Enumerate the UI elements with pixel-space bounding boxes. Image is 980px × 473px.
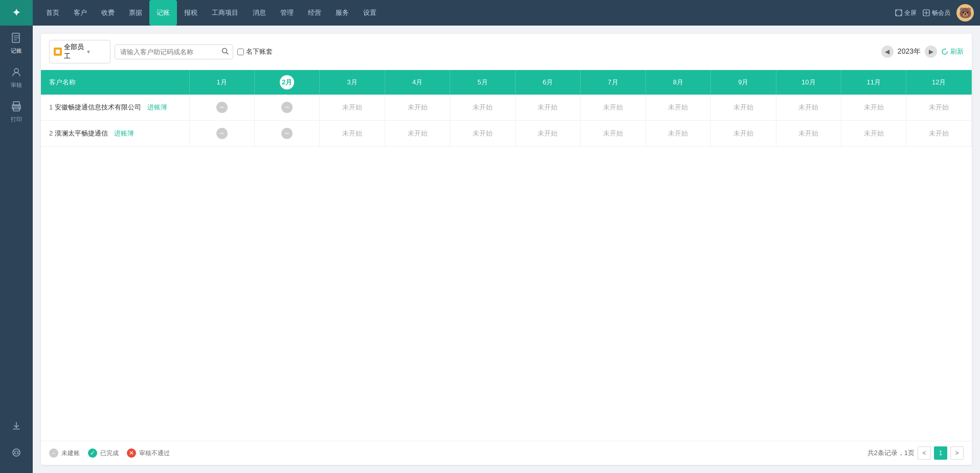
sidebar-item-accounting-label: 记账 [11, 47, 22, 55]
col-jan: 1月 [189, 70, 254, 95]
sidebar-item-audit[interactable]: 审核 [0, 60, 33, 94]
nav-home[interactable]: 首页 [39, 0, 66, 26]
status-not-started: 未开始 [603, 103, 623, 111]
col-oct: 10月 [776, 70, 841, 95]
sidebar-logo: ✦ [0, 0, 33, 26]
nav-billing[interactable]: 收费 [94, 0, 122, 26]
col-apr: 4月 [385, 70, 450, 95]
status-not-started: 未开始 [342, 103, 362, 111]
search-box [115, 44, 233, 59]
nav-bizproject[interactable]: 工商项目 [205, 0, 246, 26]
cell-aug-0: 未开始 [645, 95, 710, 121]
prev-year-button[interactable]: ◀ [881, 46, 894, 58]
sidebar-item-download[interactable] [0, 414, 33, 438]
sidebar-item-print-label: 打印 [11, 116, 22, 123]
nav-message[interactable]: 消息 [246, 0, 273, 26]
status-not-started: 未开始 [473, 129, 493, 137]
status-dash: − [281, 128, 293, 139]
current-page-button[interactable]: 1 [934, 446, 947, 460]
nav-manage[interactable]: 管理 [273, 0, 301, 26]
svg-line-11 [13, 451, 15, 452]
nav-invoice[interactable]: 票据 [122, 0, 149, 26]
next-year-button[interactable]: ▶ [925, 46, 937, 58]
nav-service[interactable]: 服务 [328, 0, 356, 26]
avatar[interactable]: 🐻 [956, 4, 974, 21]
year-label: 2023年 [898, 47, 921, 56]
employee-select[interactable]: 全部员工 ▼ [49, 40, 110, 63]
status-not-started: 未开始 [668, 103, 688, 111]
search-input[interactable] [115, 46, 217, 58]
col-jun: 6月 [515, 70, 580, 95]
row-num: 2 [49, 129, 53, 137]
search-button[interactable] [217, 45, 233, 59]
year-nav: ◀ 2023年 ▶ [881, 46, 937, 58]
nav-operation[interactable]: 经营 [301, 0, 328, 26]
cell-mar-1: 未开始 [320, 121, 385, 147]
cell-may-0: 未开始 [450, 95, 515, 121]
nav-bookkeeping[interactable]: 记账 [149, 0, 177, 26]
cell-jun-1: 未开始 [515, 121, 580, 147]
col-client-name: 客户名称 [41, 70, 189, 95]
cell-jun-0: 未开始 [515, 95, 580, 121]
cell-jul-0: 未开始 [581, 95, 645, 121]
enter-ledger-link[interactable]: 进账簿 [147, 103, 167, 111]
main-card: 全部员工 ▼ 名下账套 ◀ [41, 34, 972, 465]
cell-jan-0: − [189, 95, 254, 121]
svg-line-13 [13, 454, 15, 455]
col-jul: 7月 [581, 70, 645, 95]
col-may: 5月 [450, 70, 515, 95]
prev-page-button[interactable]: < [918, 446, 931, 460]
cell-dec-0: 未开始 [906, 95, 972, 121]
my-accounts-checkbox-label[interactable]: 名下账套 [237, 47, 273, 56]
nav-right: 全屏 畅会员 🐻 [895, 4, 974, 21]
sidebar-item-support[interactable] [0, 440, 33, 465]
cell-oct-1: 未开始 [776, 121, 841, 147]
nav-settings[interactable]: 设置 [356, 0, 384, 26]
content-area: 全部员工 ▼ 名下账套 ◀ [33, 26, 980, 473]
sidebar-item-accounting[interactable]: 记账 [0, 26, 33, 60]
cell-feb-1: − [254, 121, 319, 147]
cell-mar-0: 未开始 [320, 95, 385, 121]
cell-nov-1: 未开始 [841, 121, 906, 147]
fullscreen-label: 全屏 [904, 9, 917, 17]
legend-dot-rejected: ✕ [127, 448, 136, 458]
status-not-started: 未开始 [342, 129, 362, 137]
status-not-started: 未开始 [668, 129, 688, 137]
cell-oct-0: 未开始 [776, 95, 841, 121]
refresh-label: 刷新 [950, 47, 964, 56]
cell-nov-0: 未开始 [841, 95, 906, 121]
top-nav: 首页 客户 收费 票据 记账 报税 工商项目 消息 管理 经营 服务 设置 全屏 [33, 0, 980, 26]
my-accounts-checkbox[interactable] [237, 49, 244, 55]
svg-rect-5 [13, 102, 19, 106]
svg-point-4 [14, 69, 18, 73]
main-area: 首页 客户 收费 票据 记账 报税 工商项目 消息 管理 经营 服务 设置 全屏 [33, 0, 980, 473]
col-sep: 9月 [711, 70, 776, 95]
status-dash: − [216, 128, 228, 139]
refresh-button[interactable]: 刷新 [941, 47, 964, 56]
download-icon [8, 419, 25, 433]
member-button[interactable]: 畅会员 [923, 9, 950, 17]
table-row: 2漠澜太平畅捷通信 进账簿−−未开始未开始未开始未开始未开始未开始未开始未开始未… [41, 121, 972, 147]
legend-label-completed: 已完成 [100, 449, 119, 458]
status-dash: − [281, 102, 293, 113]
next-page-button[interactable]: > [950, 446, 964, 460]
bookkeeping-table: 客户名称 1月 2月 3月 4月 5月 6月 7月 8月 9月 [41, 70, 972, 147]
cell-feb-0: − [254, 95, 319, 121]
client-name: 安徽畅捷通信息技术有限公司 [55, 103, 141, 111]
sidebar-item-print[interactable]: 打印 [0, 94, 33, 128]
fullscreen-button[interactable]: 全屏 [895, 9, 917, 17]
nav-tax[interactable]: 报税 [177, 0, 205, 26]
employee-label: 全部员工 [64, 42, 84, 61]
status-not-started: 未开始 [864, 129, 884, 137]
nav-client[interactable]: 客户 [66, 0, 94, 26]
enter-ledger-link[interactable]: 进账簿 [114, 129, 134, 137]
cell-sep-0: 未开始 [711, 95, 776, 121]
status-not-started: 未开始 [408, 129, 428, 137]
legend-dot-completed: ✓ [88, 448, 97, 458]
legend-dot-not-built: − [49, 448, 58, 458]
status-not-started: 未开始 [473, 103, 493, 111]
status-not-started: 未开始 [798, 129, 818, 137]
col-nov: 11月 [841, 70, 906, 95]
legend-completed: ✓ 已完成 [88, 448, 119, 458]
cell-apr-1: 未开始 [385, 121, 450, 147]
